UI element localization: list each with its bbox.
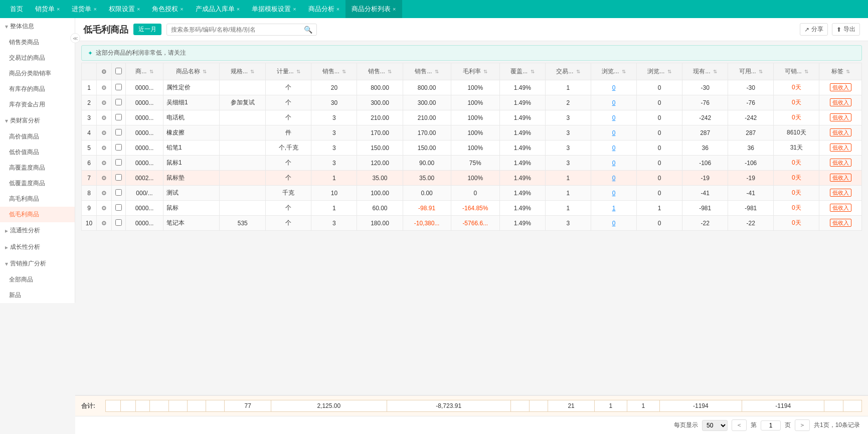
th-name[interactable]: 商品名称 ⇅ (163, 63, 220, 80)
row-settings[interactable]: ⚙ (97, 216, 112, 231)
sidebar-item-high-margin[interactable]: 高毛利商品 (0, 191, 75, 207)
row-view1[interactable]: 0 (591, 80, 636, 95)
nav-close-roles[interactable]: × (180, 6, 183, 12)
row-view1[interactable]: 0 (591, 95, 636, 110)
row-settings[interactable]: ⚙ (97, 110, 112, 125)
row-checkbox[interactable] (112, 140, 126, 156)
sidebar-item-sales-goods[interactable]: 销售类商品 (0, 35, 75, 50)
prev-page-button[interactable]: ＜ (732, 419, 747, 431)
sidebar-section-wealth[interactable]: ▾ 类财富分析 (0, 112, 75, 129)
row-view1[interactable]: 0 (591, 125, 636, 140)
page-number-input[interactable] (761, 420, 781, 430)
filter-button[interactable]: 近一月 (133, 24, 161, 35)
th-current[interactable]: 现有... ⇅ (682, 63, 728, 80)
sidebar-item-traded-goods[interactable]: 交易过的商品 (0, 50, 75, 66)
sidebar-section-marketing[interactable]: ▾ 营销推广分析 (0, 255, 75, 272)
sidebar-section-circulation[interactable]: ▸ 流通性分析 (0, 222, 75, 239)
row-settings[interactable]: ⚙ (97, 140, 112, 156)
row-select-checkbox[interactable] (115, 144, 122, 151)
row-checkbox[interactable] (112, 186, 126, 201)
search-input[interactable] (171, 26, 304, 33)
row-checkbox[interactable] (112, 110, 126, 125)
select-all-checkbox[interactable] (115, 68, 122, 74)
sidebar-section-growth[interactable]: ▸ 成长性分析 (0, 239, 75, 255)
sidebar-collapse-button[interactable]: ≪ (70, 33, 80, 43)
nav-item-home[interactable]: 首页 (4, 0, 29, 18)
sidebar-item-low-margin[interactable]: 低毛利商品 (0, 207, 75, 222)
th-coverage[interactable]: 覆盖... ⇅ (499, 63, 545, 80)
th-gross-margin[interactable]: 毛利率 ⇅ (451, 63, 499, 80)
row-view1[interactable]: 0 (591, 156, 636, 171)
row-settings[interactable]: ⚙ (97, 201, 112, 216)
sidebar-item-high-value[interactable]: 高价值商品 (0, 129, 75, 144)
row-select-checkbox[interactable] (115, 129, 122, 135)
nav-item-analysis-list[interactable]: 商品分析列表 × (345, 0, 402, 18)
th-view1[interactable]: 浏览... ⇅ (591, 63, 636, 80)
nav-item-product-analysis[interactable]: 商品分析 × (302, 0, 345, 18)
next-page-button[interactable]: ＞ (795, 419, 810, 431)
nav-close-product-entry[interactable]: × (237, 6, 240, 12)
row-select-checkbox[interactable] (115, 204, 122, 211)
th-code[interactable]: 商... ⇅ (126, 63, 163, 80)
th-transaction[interactable]: 交易... ⇅ (545, 63, 591, 80)
row-checkbox[interactable] (112, 80, 126, 95)
row-checkbox[interactable] (112, 171, 126, 186)
nav-item-product-entry[interactable]: 产成品入库单 × (190, 0, 246, 18)
row-settings[interactable]: ⚙ (97, 125, 112, 140)
th-view2[interactable]: 浏览... ⇅ (637, 63, 682, 80)
th-sellable[interactable]: 可销... ⇅ (774, 63, 819, 80)
row-view1[interactable]: 1 (591, 201, 636, 216)
nav-close-analysis[interactable]: × (336, 6, 339, 12)
nav-item-sales[interactable]: 销货单 × (29, 0, 66, 18)
row-checkbox[interactable] (112, 201, 126, 216)
th-sales-amount[interactable]: 销售... ⇅ (357, 63, 403, 80)
th-unit[interactable]: 计量... ⇅ (266, 63, 311, 80)
sidebar-item-new-goods[interactable]: 新品 (0, 287, 75, 303)
row-checkbox[interactable] (112, 95, 126, 110)
row-select-checkbox[interactable] (115, 159, 122, 166)
share-button[interactable]: ↗ 分享 (800, 23, 828, 36)
row-settings[interactable]: ⚙ (97, 95, 112, 110)
row-select-checkbox[interactable] (115, 84, 122, 90)
nav-close-purchase[interactable]: × (93, 6, 96, 12)
nav-item-purchase[interactable]: 进货单 × (66, 0, 102, 18)
row-settings[interactable]: ⚙ (97, 186, 112, 201)
sidebar-item-stocked-goods[interactable]: 有库存的商品 (0, 81, 75, 97)
row-settings[interactable]: ⚙ (97, 80, 112, 95)
row-select-checkbox[interactable] (115, 219, 122, 226)
row-view1[interactable]: 0 (591, 216, 636, 231)
row-checkbox[interactable] (112, 156, 126, 171)
nav-item-permissions[interactable]: 权限设置 × (103, 0, 146, 18)
row-select-checkbox[interactable] (115, 99, 122, 105)
sidebar-item-high-coverage[interactable]: 高覆盖度商品 (0, 160, 75, 176)
th-tag[interactable]: 标签 ⇅ (819, 63, 862, 80)
row-select-checkbox[interactable] (115, 174, 122, 181)
sidebar-item-low-value[interactable]: 低价值商品 (0, 144, 75, 160)
nav-close-template[interactable]: × (293, 6, 296, 12)
row-select-checkbox[interactable] (115, 189, 122, 196)
nav-item-roles[interactable]: 角色授权 × (146, 0, 189, 18)
th-sales-qty[interactable]: 销售... ⇅ (311, 63, 357, 80)
nav-close-sales[interactable]: × (57, 6, 60, 12)
row-checkbox[interactable] (112, 216, 126, 231)
row-view1[interactable]: 0 (591, 171, 636, 186)
th-spec[interactable]: 规格... ⇅ (220, 63, 266, 80)
sidebar-item-category-rate[interactable]: 商品分类助销率 (0, 66, 75, 81)
sidebar-item-low-coverage[interactable]: 低覆盖度商品 (0, 176, 75, 191)
th-settings[interactable]: ⚙ (97, 63, 112, 80)
row-view1[interactable]: 0 (591, 110, 636, 125)
row-view1[interactable]: 0 (591, 186, 636, 201)
nav-close-permissions[interactable]: × (137, 6, 140, 12)
row-select-checkbox[interactable] (115, 114, 122, 120)
row-checkbox[interactable] (112, 125, 126, 140)
nav-close-analysis-list[interactable]: × (393, 6, 396, 12)
row-settings[interactable]: ⚙ (97, 171, 112, 186)
nav-item-template-settings[interactable]: 单据模板设置 × (246, 0, 302, 18)
sidebar-section-overall[interactable]: ▾ 整体信息 (0, 18, 75, 35)
export-button[interactable]: ⬆ 导出 (832, 23, 860, 36)
row-settings[interactable]: ⚙ (97, 156, 112, 171)
sidebar-item-all-goods[interactable]: 全部商品 (0, 272, 75, 287)
sidebar-item-stock-capital[interactable]: 库存资金占用 (0, 97, 75, 112)
row-view1[interactable]: 0 (591, 140, 636, 156)
th-available[interactable]: 可用... ⇅ (728, 63, 774, 80)
